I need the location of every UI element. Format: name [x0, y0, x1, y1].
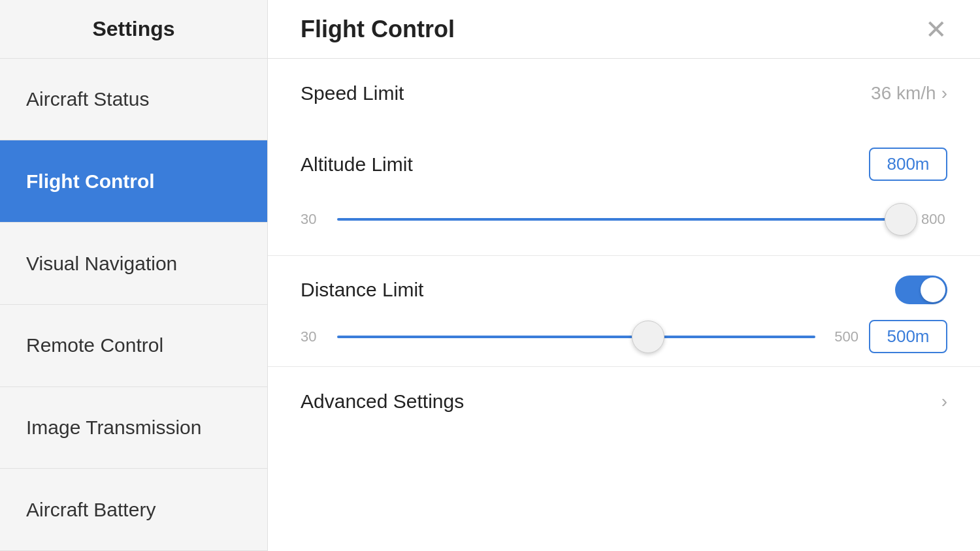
sidebar-header: Settings [0, 0, 267, 59]
distance-slider-row: 30 500 500m [301, 320, 947, 353]
distance-slider-track [337, 336, 815, 338]
close-icon[interactable]: ✕ [925, 16, 947, 42]
distance-value-input[interactable]: 500m [869, 320, 947, 353]
speed-limit-value-group[interactable]: 36 km/h › [871, 83, 947, 104]
altitude-slider-row: 30 800 [301, 197, 947, 242]
sidebar-item-remote-control[interactable]: Remote Control [0, 305, 267, 387]
distance-slider-thumb[interactable] [632, 321, 664, 353]
distance-limit-toggle[interactable] [895, 276, 947, 304]
distance-limit-label: Distance Limit [301, 279, 423, 301]
main-content: Flight Control ✕ Speed Limit 36 km/h › A… [268, 0, 980, 551]
app-container: Settings Aircraft Status Flight Control … [0, 0, 980, 551]
altitude-slider-thumb[interactable] [885, 203, 917, 236]
page-title: Flight Control [301, 16, 455, 43]
sidebar-item-image-transmission[interactable]: Image Transmission [0, 387, 267, 469]
altitude-min-label: 30 [301, 211, 327, 228]
distance-min-label: 30 [301, 328, 327, 345]
altitude-slider[interactable] [337, 203, 911, 236]
distance-top: Distance Limit [301, 276, 947, 304]
altitude-limit-label: Altitude Limit [301, 153, 413, 176]
distance-slider[interactable] [337, 321, 815, 353]
altitude-limit-row: Altitude Limit 800m 30 800 [268, 128, 980, 256]
altitude-slider-track [337, 218, 911, 221]
sidebar-item-aircraft-battery[interactable]: Aircraft Battery [0, 469, 267, 551]
speed-limit-value: 36 km/h [871, 83, 936, 104]
sidebar-item-visual-navigation[interactable]: Visual Navigation [0, 223, 267, 305]
altitude-top: Altitude Limit 800m [301, 148, 947, 181]
advanced-settings-label: Advanced Settings [301, 390, 464, 413]
main-header: Flight Control ✕ [268, 0, 980, 59]
settings-list: Speed Limit 36 km/h › Altitude Limit 800… [268, 59, 980, 551]
advanced-settings-row[interactable]: Advanced Settings › [268, 367, 980, 436]
altitude-max-label: 800 [921, 211, 947, 228]
speed-limit-row[interactable]: Speed Limit 36 km/h › [268, 59, 980, 128]
chevron-right-icon: › [941, 83, 947, 104]
toggle-knob [921, 277, 945, 302]
sidebar: Settings Aircraft Status Flight Control … [0, 0, 268, 551]
sidebar-item-flight-control[interactable]: Flight Control [0, 140, 267, 223]
distance-limit-row: Distance Limit 30 500 500m [268, 256, 980, 367]
distance-mid-value: 500 [826, 328, 858, 345]
advanced-chevron-right-icon: › [941, 391, 947, 412]
sidebar-title: Settings [92, 17, 174, 41]
speed-limit-label: Speed Limit [301, 82, 404, 104]
altitude-value-input[interactable]: 800m [869, 148, 947, 181]
sidebar-item-aircraft-status[interactable]: Aircraft Status [0, 59, 267, 141]
